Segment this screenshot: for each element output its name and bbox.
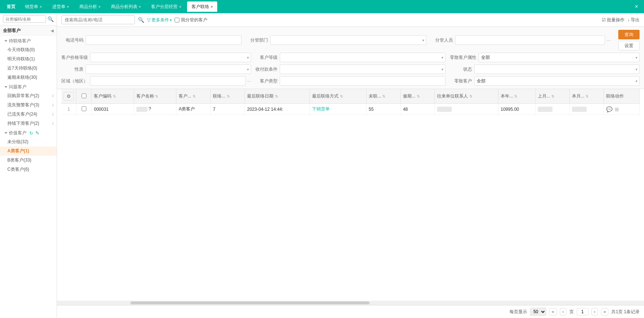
main-layout: 🔍 全部客户 ◀ 待联络客户 今天待联络(0) 明天待联络(1) 近7天待联络(… xyxy=(0,13,644,318)
sidebar-item-churned[interactable]: 已流失客户(24) ℹ xyxy=(0,110,57,119)
cell-this-month xyxy=(569,104,604,115)
filter-nature: 性质 ▾ xyxy=(61,64,251,74)
dept-select[interactable] xyxy=(270,35,426,45)
chevron-down-icon: ▾ xyxy=(170,18,172,22)
contact-placeholder xyxy=(437,107,452,112)
phone-input[interactable] xyxy=(86,35,242,45)
close-icon[interactable]: × xyxy=(67,5,69,9)
manager-input[interactable] xyxy=(455,35,605,45)
filter-label-manager: 分管人员 xyxy=(431,37,453,43)
select-all-checkbox[interactable] xyxy=(82,93,86,98)
gear-button[interactable]: ⚙ xyxy=(64,92,74,100)
more-icon[interactable]: ··· xyxy=(607,37,611,43)
filter-search-input[interactable] xyxy=(61,15,135,24)
price-level-select[interactable] xyxy=(90,53,251,62)
horizontal-scrollbar[interactable] xyxy=(57,301,644,305)
customer-level-select[interactable] xyxy=(280,53,445,62)
sidebar-item-overdue[interactable]: 逾期未联络(30) xyxy=(0,73,57,82)
refresh-icon[interactable]: ↻ xyxy=(29,131,33,136)
close-icon[interactable]: × xyxy=(99,5,101,9)
nav-tab-customer-tier[interactable]: 客户分层经营 × xyxy=(147,1,186,12)
my-customers-filter[interactable]: 我分管的客户 xyxy=(175,17,207,23)
sidebar-search-input[interactable] xyxy=(3,15,46,23)
customer-type-input[interactable] xyxy=(280,76,445,86)
sidebar-item-declining[interactable]: 持续下滑客户(2) ℹ xyxy=(0,119,57,128)
payment-select[interactable] xyxy=(280,64,445,74)
filter-customer-type: 客户类型 xyxy=(255,76,445,86)
more-filters-button[interactable]: ▽ 更多条件 ▾ xyxy=(147,17,172,23)
per-page-select[interactable]: 50 xyxy=(530,308,546,316)
more-icon[interactable]: ··· xyxy=(247,78,251,84)
nav-tab-analysis-list[interactable]: 商品分析列表 × xyxy=(107,1,146,12)
sidebar-item-a-class[interactable]: A类客户(1) xyxy=(0,146,57,156)
edit-icon[interactable]: ✎ xyxy=(35,130,39,136)
col-last-method: 最后联络方式 ⇅ xyxy=(310,89,366,104)
page-number-input[interactable] xyxy=(577,308,588,315)
col-this-year: 本年... ⇅ xyxy=(498,89,535,104)
sidebar-all-customers-header[interactable]: 全部客户 ◀ xyxy=(0,25,57,36)
nav-tab-purchase[interactable]: 进货单 × xyxy=(48,1,74,12)
retail-customer-select[interactable]: 全部 xyxy=(474,76,640,86)
cell-row-actions: 💬 ⊞ xyxy=(604,104,639,115)
nav-tab-sales[interactable]: 销货单 × xyxy=(21,1,46,12)
nav-tab-analysis[interactable]: 商品分析 × xyxy=(75,1,105,12)
close-icon[interactable]: × xyxy=(179,5,181,9)
my-customers-checkbox[interactable] xyxy=(175,18,179,22)
chat-icon[interactable]: 💬 xyxy=(606,106,612,112)
sidebar-item-c-class[interactable]: C类客户(6) xyxy=(0,165,57,174)
nature-select[interactable] xyxy=(86,64,251,74)
sidebar-group-pending: 待联络客户 xyxy=(0,36,57,45)
cell-last-month xyxy=(535,104,569,115)
filter-select-retail-attr: 全部 ▾ xyxy=(479,53,640,62)
first-page-button[interactable]: « xyxy=(549,308,557,315)
last-contact-link[interactable]: 下销货单 xyxy=(312,106,330,112)
col-overdue: 逾期... ⇅ xyxy=(401,89,435,104)
close-icon[interactable]: × xyxy=(139,5,141,9)
next-page-button[interactable]: › xyxy=(591,308,598,315)
scrollbar-thumb[interactable] xyxy=(130,301,369,304)
row-checkbox[interactable] xyxy=(82,106,86,111)
batch-ops-button[interactable]: ☑ 批量操作 xyxy=(602,17,625,23)
filter-retail-attr: 零散客户属性 全部 ▾ xyxy=(450,53,640,62)
last-page-button[interactable]: » xyxy=(601,308,609,315)
filter-select-nature: ▾ xyxy=(86,64,251,74)
status-select[interactable] xyxy=(474,64,640,74)
prev-page-button[interactable]: ‹ xyxy=(560,308,566,315)
sort-icon: ⇅ xyxy=(275,94,278,98)
export-button[interactable]: ↓ 导出 xyxy=(627,17,640,23)
sidebar-item-ungrouped[interactable]: 未分组(32) xyxy=(0,137,57,146)
info-icon: ℹ xyxy=(52,103,54,107)
sidebar-item-today[interactable]: 今天待联络(0) xyxy=(0,45,57,54)
sidebar-item-tomorrow[interactable]: 明天待联络(1) xyxy=(0,54,57,64)
nav-home[interactable]: 首页 xyxy=(3,2,19,11)
nav-tab-customer-contact[interactable]: 客户联络 × xyxy=(187,1,217,12)
table-header: ⚙ 客户编码 ⇅ 客户名称 ⇅ xyxy=(61,89,640,104)
filter-row-2: 客户价格等级 ▾ 客户等级 ▾ 零散客户属性 全部 xyxy=(61,53,640,62)
sidebar-search-area: 🔍 xyxy=(0,13,57,25)
query-button[interactable]: 查询 xyxy=(618,30,640,39)
sidebar-item-abnormal[interactable]: 回购异常客户(2) ℹ xyxy=(0,91,57,100)
filter-label-retail-customer: 零散客户 xyxy=(450,78,472,84)
col-last-month: 上月... ⇅ xyxy=(535,89,569,104)
close-icon[interactable]: × xyxy=(211,5,213,9)
filter-search-icon[interactable]: 🔍 xyxy=(138,17,144,23)
sidebar-item-churn-warn[interactable]: 流失预警客户(3) ℹ xyxy=(0,100,57,110)
sidebar-item-7days[interactable]: 近7天待联络(0) xyxy=(0,64,57,73)
filter-label-retail-attr: 零散客户属性 xyxy=(450,54,476,61)
sort-icon: ⇅ xyxy=(113,94,116,98)
sidebar-group-value: 价值客户 ↻ ✎ xyxy=(0,128,57,137)
filter-manager: 分管人员 ··· xyxy=(431,35,611,45)
qr-icon[interactable]: ⊞ xyxy=(615,106,619,112)
filter-icon: ▽ xyxy=(147,17,151,23)
col-code: 客户编码 ⇅ xyxy=(92,89,134,104)
sidebar-search-icon[interactable]: 🔍 xyxy=(47,16,54,22)
cell-level: A类客户 xyxy=(176,104,211,115)
sidebar-item-b-class[interactable]: B类客户(33) xyxy=(0,156,57,165)
close-icon[interactable]: × xyxy=(40,5,42,9)
close-all-button[interactable]: × xyxy=(632,3,641,10)
retail-attr-select[interactable]: 全部 xyxy=(479,53,640,62)
filter-bar: 🔍 ▽ 更多条件 ▾ 我分管的客户 ☑ 批量操作 ↓ 导出 xyxy=(57,13,644,27)
sidebar-collapse-icon[interactable]: ◀ xyxy=(51,29,54,33)
region-input[interactable] xyxy=(90,76,246,86)
settings-button[interactable]: 设置 xyxy=(618,41,640,50)
